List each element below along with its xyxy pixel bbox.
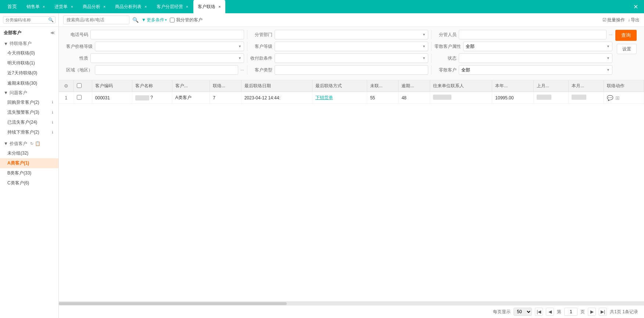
phone-input[interactable] [90, 30, 244, 39]
col-overdue[interactable]: 逾期... [398, 80, 430, 92]
price-level-select[interactable]: ▼ [95, 42, 244, 51]
my-customer-input[interactable] [170, 18, 175, 22]
nature-select[interactable]: ▼ [90, 53, 244, 63]
last-method-link[interactable]: 下销货单 [315, 95, 333, 100]
col-contact-count[interactable]: 联络... [210, 80, 242, 92]
col-code[interactable]: 客户编码 [92, 80, 132, 92]
col-name[interactable]: 客户名称 [132, 80, 172, 92]
more-filters-btn[interactable]: ▼ 更多条件 ▾ [142, 17, 167, 23]
nav-tab-customer-contact[interactable]: 客户联络 × [193, 0, 225, 13]
last-page-btn[interactable]: ▶| [599, 308, 607, 316]
sidebar-search-area: 🔍 [0, 13, 58, 27]
nav-home[interactable]: 首页 [3, 0, 21, 13]
sidebar-item-repurchase-abnormal[interactable]: 回购异常客户(2) ℹ [0, 98, 58, 107]
sidebar-collapse-icon[interactable]: ≪ [50, 31, 55, 35]
chevron-down-icon3: ▼ [422, 45, 426, 48]
nav-tab-analysis-list[interactable]: 商品分析列表 × [111, 0, 151, 13]
add-icon[interactable]: 📋 [35, 141, 40, 146]
export-btn[interactable]: ↓ 导出 [628, 17, 640, 23]
nav-tab-sales[interactable]: 销售单 × [22, 0, 49, 13]
region-input[interactable] [95, 65, 238, 75]
col-unit-contact[interactable]: 往来单位联系人 [430, 80, 492, 92]
gear-icon[interactable]: ⚙ [64, 83, 68, 89]
sidebar-item-a-class[interactable]: A类客户(1) [0, 158, 58, 168]
nav-tab-analysis[interactable]: 商品分析 × [78, 0, 110, 13]
col-level[interactable]: 客户... [172, 80, 210, 92]
my-customer-checkbox[interactable]: 我分管的客户 [170, 17, 203, 23]
info-icon2[interactable]: ℹ [52, 110, 53, 116]
sidebar: 🔍 全部客户 ≪ ▼ 待联络客户 今天待联络(0) 明天待联络(1) 近7天待联… [0, 13, 59, 318]
sidebar-search-icon[interactable]: 🔍 [48, 17, 54, 22]
main-search-input[interactable] [63, 15, 129, 24]
sidebar-item-tomorrow[interactable]: 明天待联络(1) [0, 58, 58, 68]
customer-type-input[interactable] [275, 65, 428, 75]
cell-unit-contact [430, 92, 492, 104]
sidebar-item-today[interactable]: 今天待联络(0) [0, 48, 58, 58]
sidebar-item-overdue[interactable]: 逾期未联络(30) [0, 78, 58, 88]
dept-select[interactable]: ▼ [275, 30, 428, 39]
person-input[interactable] [459, 30, 607, 39]
close-icon[interactable]: × [71, 4, 73, 9]
scrollbar-thumb[interactable] [59, 302, 287, 305]
region-dots-icon[interactable]: ··· [240, 67, 244, 73]
more-dots-icon[interactable]: ··· [609, 32, 612, 37]
total-info: 共1页 1条记录 [610, 309, 638, 315]
close-icon[interactable]: × [186, 4, 188, 9]
nav-tab-customer-segment[interactable]: 客户分层经营 × [152, 0, 193, 13]
settings-button[interactable]: 设置 [617, 44, 637, 54]
cell-level: A类客户 [172, 92, 210, 104]
select-all-checkbox[interactable] [77, 83, 82, 88]
batch-op-btn[interactable]: ☑ 批量操作 [602, 17, 625, 23]
col-no-contact[interactable]: 未联... [367, 80, 398, 92]
first-page-btn[interactable]: |◀ [535, 308, 543, 316]
window-close-button[interactable]: ✕ [630, 3, 641, 10]
query-button[interactable]: 查询 [615, 30, 637, 41]
sidebar-item-unclassified[interactable]: 未分组(32) [0, 148, 58, 158]
col-checkbox[interactable] [74, 80, 92, 92]
sidebar-item-c-class[interactable]: C类客户(6) [0, 178, 58, 188]
comment-icon[interactable]: 💬 [607, 95, 613, 101]
cell-checkbox[interactable] [74, 92, 92, 104]
info-icon[interactable]: ℹ [52, 99, 53, 105]
col-settings[interactable]: ⚙ [59, 80, 74, 92]
info-icon4[interactable]: ℹ [52, 130, 53, 135]
close-icon[interactable]: × [144, 4, 147, 9]
info-icon3[interactable]: ℹ [52, 120, 53, 126]
filter-payment: 收付款条件 ▼ [247, 53, 432, 63]
close-icon[interactable]: × [103, 4, 105, 9]
col-last-method[interactable]: 最后联络方式 [312, 80, 367, 92]
sidebar-item-declining[interactable]: 持续下滑客户(2) ℹ [0, 127, 58, 137]
blurred-name [135, 95, 149, 100]
horizontal-scrollbar[interactable] [59, 301, 644, 305]
refresh-icon[interactable]: ↻ [30, 141, 33, 146]
prev-page-btn[interactable]: ◀ [546, 308, 554, 316]
col-last-date[interactable]: 最后联络日期 [241, 80, 312, 92]
next-page-btn[interactable]: ▶ [588, 308, 596, 316]
action-icons: 💬 ⊞ [607, 95, 641, 101]
sidebar-item-churn-warning[interactable]: 流失预警客户(3) ℹ [0, 107, 58, 117]
nav-tab-purchase[interactable]: 进货单 × [50, 0, 77, 13]
col-this-month[interactable]: 本月... [569, 80, 604, 92]
sidebar-item-churned[interactable]: 已流失客户(24) ℹ [0, 117, 58, 127]
blurred-unit-contact [433, 95, 451, 100]
per-page-select[interactable]: 50 100 200 [514, 308, 532, 316]
close-icon[interactable]: × [43, 4, 45, 9]
qr-icon[interactable]: ⊞ [615, 95, 620, 101]
sidebar-search-input[interactable] [3, 16, 56, 24]
payment-select[interactable]: ▼ [275, 53, 428, 63]
customer-level-select[interactable]: ▼ [275, 42, 428, 51]
main-search-icon[interactable]: 🔍 [132, 17, 139, 23]
status-select[interactable]: ▼ [459, 53, 612, 63]
col-last-month[interactable]: 上月... [533, 80, 569, 92]
scattered-select[interactable]: 全部 ▼ [459, 65, 612, 75]
sidebar-item-7days[interactable]: 近7天待联络(0) [0, 68, 58, 78]
arrow-down-icon3: ▼ [4, 141, 8, 146]
sidebar-item-b-class[interactable]: B类客户(33) [0, 168, 58, 178]
page-input[interactable] [564, 308, 577, 316]
chevron-down-icon2: ▼ [238, 45, 242, 48]
scattered-attr-select[interactable]: 全部 ▼ [463, 42, 612, 51]
col-year[interactable]: 本年... [492, 80, 533, 92]
close-icon[interactable]: × [218, 4, 221, 9]
col-action[interactable]: 联络动作 [604, 80, 644, 92]
row-checkbox[interactable] [77, 95, 82, 100]
